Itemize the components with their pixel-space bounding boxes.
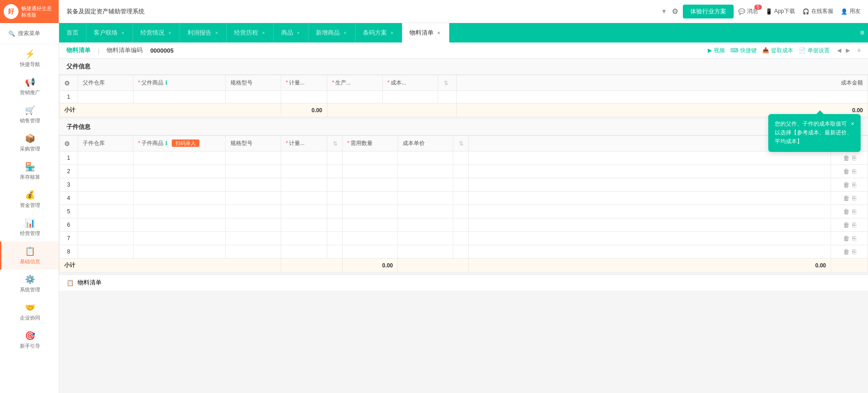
sub-tab-bom-code[interactable]: 物料清单编码 <box>107 46 143 54</box>
sidebar-item-operations[interactable]: 📊 经营管理 <box>0 213 59 242</box>
child-warehouse-cell-4[interactable] <box>78 192 133 205</box>
tab-new-product-close[interactable]: × <box>343 30 347 36</box>
child-product-cell-3[interactable] <box>133 178 226 192</box>
child-col-sort1[interactable]: ⇅ <box>327 136 343 151</box>
action-single-settings[interactable]: 📄 单据设置 <box>799 47 830 54</box>
dropdown-arrow-icon[interactable]: ▼ <box>661 8 667 15</box>
copy-icon-7[interactable]: ⎘ <box>852 235 856 242</box>
action-shortcut[interactable]: ⌨ 快捷键 <box>730 47 757 54</box>
sidebar-item-guide[interactable]: 🎯 新手引导 <box>0 326 59 354</box>
parent-col-config[interactable]: ⚙ <box>60 75 78 91</box>
parent-production-cell[interactable] <box>327 91 383 103</box>
child-spec-cell-2[interactable] <box>226 165 281 178</box>
delete-icon-2[interactable]: 🗑 <box>843 168 850 175</box>
copy-icon-3[interactable]: ⎘ <box>852 181 856 188</box>
tab-customer-close[interactable]: × <box>121 30 125 36</box>
delete-icon-4[interactable]: 🗑 <box>843 194 850 202</box>
copy-icon-2[interactable]: ⎘ <box>852 168 856 175</box>
delete-icon-7[interactable]: 🗑 <box>843 235 850 242</box>
child-quantity-cell-8[interactable] <box>343 245 398 259</box>
parent-warehouse-cell[interactable] <box>78 91 133 103</box>
child-col-sort2[interactable]: ⇅ <box>453 136 469 151</box>
tab-product[interactable]: 商品 × <box>274 23 308 42</box>
child-warehouse-cell-6[interactable] <box>78 218 133 232</box>
child-quantity-cell-3[interactable] <box>343 178 398 192</box>
child-unit-price-cell-7[interactable] <box>398 232 453 245</box>
app-download-btn[interactable]: 📱 App下载 <box>766 7 795 15</box>
sidebar-item-sales[interactable]: 🛒 销售管理 <box>0 101 59 129</box>
tab-product-close[interactable]: × <box>296 30 301 36</box>
experience-btn[interactable]: 体验行业方案 <box>683 5 734 18</box>
child-product-cell-6[interactable] <box>133 218 226 232</box>
tab-business[interactable]: 经营情况 × <box>133 23 180 42</box>
child-unit-price-cell-3[interactable] <box>398 178 453 192</box>
parent-product-cell[interactable] <box>133 91 226 103</box>
copy-icon-4[interactable]: ⎘ <box>852 194 856 202</box>
tab-customer[interactable]: 客户联络 × <box>86 23 133 42</box>
child-unit-price-cell-8[interactable] <box>398 245 453 259</box>
tab-bom[interactable]: 物料清单 × <box>402 23 449 42</box>
delete-icon-6[interactable]: 🗑 <box>843 221 850 229</box>
child-product-cell-4[interactable] <box>133 192 226 205</box>
child-warehouse-cell-5[interactable] <box>78 205 133 218</box>
child-unit-cell-3[interactable] <box>281 178 327 192</box>
child-spec-cell-1[interactable] <box>226 151 281 165</box>
child-unit-cell-4[interactable] <box>281 192 327 205</box>
copy-icon-1[interactable]: ⎘ <box>852 154 856 162</box>
child-product-cell-8[interactable] <box>133 245 226 259</box>
child-unit-cell-5[interactable] <box>281 205 327 218</box>
child-quantity-cell-7[interactable] <box>343 232 398 245</box>
sidebar-item-quick-nav[interactable]: ⚡ 快捷导航 <box>0 44 59 73</box>
settings-icon[interactable]: ⚙ <box>672 7 678 16</box>
tab-close-all[interactable]: ≡ <box>856 23 868 42</box>
child-unit-cell-2[interactable] <box>281 165 327 178</box>
parent-spec-cell[interactable] <box>226 91 281 103</box>
child-product-cell-1[interactable] <box>133 151 226 165</box>
child-unit-price-cell-5[interactable] <box>398 205 453 218</box>
tab-history[interactable]: 经营历程 × <box>227 23 273 42</box>
scan-btn[interactable]: 扫码录入 <box>172 139 199 147</box>
search-menu-button[interactable]: 🔍 搜索菜单 <box>5 27 54 40</box>
child-quantity-cell-2[interactable] <box>343 165 398 178</box>
sidebar-item-basic-info[interactable]: 📋 基础信息 <box>0 242 59 270</box>
sidebar-item-finance[interactable]: 💰 资金管理 <box>0 185 59 213</box>
child-warehouse-cell-2[interactable] <box>78 165 133 178</box>
child-quantity-cell-6[interactable] <box>343 218 398 232</box>
child-quantity-cell-4[interactable] <box>343 192 398 205</box>
child-spec-cell-7[interactable] <box>226 232 281 245</box>
copy-icon-6[interactable]: ⎘ <box>852 221 856 229</box>
child-warehouse-cell-7[interactable] <box>78 232 133 245</box>
child-warehouse-cell-3[interactable] <box>78 178 133 192</box>
child-quantity-cell-5[interactable] <box>343 205 398 218</box>
message-btn[interactable]: 💬 消息 6 <box>738 7 758 15</box>
child-spec-cell-8[interactable] <box>226 245 281 259</box>
copy-icon-8[interactable]: ⎘ <box>852 248 856 255</box>
child-warehouse-cell-1[interactable] <box>78 151 133 165</box>
child-quantity-cell-1[interactable] <box>343 151 398 165</box>
child-col-config[interactable]: ⚙ <box>60 136 78 151</box>
action-extract-cost[interactable]: 📥 提取成本 <box>762 47 793 54</box>
parent-unit-cell[interactable] <box>281 91 327 103</box>
child-unit-cell-1[interactable] <box>281 151 327 165</box>
tab-bom-close[interactable]: × <box>436 30 441 36</box>
tab-home[interactable]: 首页 <box>59 23 86 42</box>
sidebar-item-system[interactable]: ⚙️ 系统管理 <box>0 270 59 298</box>
sidebar-item-marketing[interactable]: 📢 营销推广 <box>0 73 59 101</box>
prev-arrow[interactable]: ◀ <box>835 46 843 54</box>
tab-profit[interactable]: 利润报告 × <box>180 23 227 42</box>
child-product-cell-7[interactable] <box>133 232 226 245</box>
tab-profit-close[interactable]: × <box>214 30 219 36</box>
sidebar-item-enterprise[interactable]: 🤝 企业协同 <box>0 298 59 326</box>
child-unit-cell-7[interactable] <box>281 232 327 245</box>
child-spec-cell-3[interactable] <box>226 178 281 192</box>
delete-icon-1[interactable]: 🗑 <box>843 154 850 162</box>
action-view[interactable]: ▶ 视频 <box>708 47 725 54</box>
child-product-cell-2[interactable] <box>133 165 226 178</box>
tab-barcode-close[interactable]: × <box>390 30 394 36</box>
delete-icon-8[interactable]: 🗑 <box>843 248 850 255</box>
child-unit-cell-6[interactable] <box>281 218 327 232</box>
child-unit-cell-8[interactable] <box>281 245 327 259</box>
child-unit-price-cell-2[interactable] <box>398 165 453 178</box>
delete-icon-3[interactable]: 🗑 <box>843 181 850 188</box>
delete-icon-5[interactable]: 🗑 <box>843 208 850 215</box>
